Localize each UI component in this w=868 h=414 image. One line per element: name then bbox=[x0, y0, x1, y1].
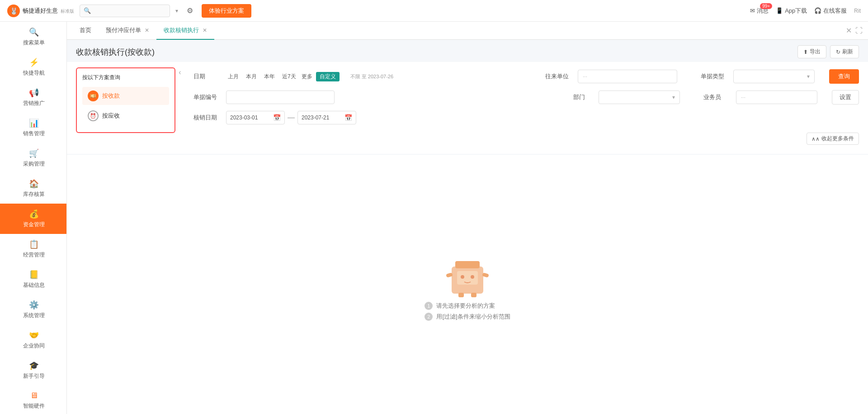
filter-option-by-receivable[interactable]: ⏰ 按应收 bbox=[82, 107, 169, 125]
voucher-type-select[interactable]: ▾ bbox=[733, 70, 815, 83]
marketing-icon: 📢 bbox=[29, 88, 39, 98]
business-select[interactable]: ··· bbox=[736, 90, 817, 104]
app-download-btn[interactable]: 📱 App下载 bbox=[776, 7, 807, 15]
sidebar-item-guide[interactable]: 🎓 新手引导 bbox=[0, 355, 66, 385]
receivable-option-label: 按应收 bbox=[102, 112, 120, 120]
counterparty-select[interactable]: ··· bbox=[578, 70, 677, 83]
filter-option-by-receipt[interactable]: 💴 按收款 bbox=[82, 87, 169, 105]
export-button[interactable]: ⬆ 导出 bbox=[797, 45, 826, 58]
empty-step-2: 2 用[过滤]条件来缩小分析范围 bbox=[425, 313, 510, 321]
verification-end-cal-icon: 📅 bbox=[344, 114, 352, 121]
verification-start-cal-icon: 📅 bbox=[273, 114, 281, 121]
search-bar[interactable]: 🔍 bbox=[80, 5, 170, 17]
user-name: Rit bbox=[854, 8, 861, 14]
setting-button[interactable]: 设置 bbox=[832, 90, 859, 105]
date-btn-last-month[interactable]: 上月 bbox=[226, 72, 241, 81]
department-label: 部门 bbox=[573, 93, 591, 101]
refresh-button[interactable]: ↻ 刷新 bbox=[830, 45, 859, 58]
collapse-more-label: 收起更多条件 bbox=[821, 135, 854, 143]
tab-receipt-verify[interactable]: 收款核销执行 ✕ bbox=[156, 22, 214, 40]
step2-circle: 2 bbox=[425, 313, 433, 321]
date-btn-this-month[interactable]: 本月 bbox=[244, 72, 259, 81]
messages-btn[interactable]: ✉ 消息 99+ bbox=[750, 7, 769, 15]
dept-arrow: ▾ bbox=[672, 94, 675, 100]
filter-collapse-bar: ∧∧ 收起更多条件 bbox=[193, 131, 859, 147]
operations-icon: 📋 bbox=[29, 239, 39, 249]
online-service-label: 在线客服 bbox=[823, 7, 847, 15]
date-options-group: 上月 本月 本年 近7天 更多 自定义 bbox=[226, 72, 340, 81]
verification-start-date[interactable]: 2023-03-01 📅 bbox=[226, 111, 285, 124]
date-btn-custom[interactable]: 自定义 bbox=[316, 72, 340, 81]
user-info[interactable]: Rit bbox=[854, 8, 861, 14]
sidebar-label-hardware: 智能硬件 bbox=[23, 402, 45, 410]
verification-end-value: 2023-07-21 bbox=[302, 114, 329, 121]
collapse-more-btn[interactable]: ∧∧ 收起更多条件 bbox=[807, 133, 859, 145]
sidebar-item-purchase[interactable]: 🛒 采购管理 bbox=[0, 143, 66, 173]
dropdown-arrow[interactable]: ▾ bbox=[175, 8, 178, 14]
header-buttons: ⬆ 导出 ↻ 刷新 bbox=[797, 45, 859, 58]
business-label: 业务员 bbox=[703, 93, 729, 101]
step1-circle: 1 bbox=[425, 302, 433, 310]
department-select[interactable]: ▾ bbox=[599, 90, 680, 104]
phone-icon: 📱 bbox=[776, 7, 783, 14]
filter-panel-title: 按以下方案查询 bbox=[82, 74, 169, 81]
sidebar-item-enterprise[interactable]: 🤝 企业协同 bbox=[0, 325, 66, 355]
sidebar-label-basic: 基础信息 bbox=[23, 281, 45, 289]
tab-home[interactable]: 首页 bbox=[72, 22, 99, 40]
sidebar-item-finance[interactable]: 💰 资金管理 bbox=[0, 204, 66, 234]
voucher-no-label: 单据编号 bbox=[193, 93, 219, 101]
sidebar-item-marketing[interactable]: 📢 营销推广 bbox=[0, 82, 66, 113]
verification-date-label: 核销日期 bbox=[193, 114, 219, 122]
sidebar-item-search[interactable]: 🔍 搜索菜单 bbox=[0, 22, 66, 52]
quicknav-icon: ⚡ bbox=[29, 57, 39, 67]
query-button[interactable]: 查询 bbox=[829, 69, 859, 84]
system-icon: ⚙️ bbox=[29, 300, 39, 310]
service-icon: 🎧 bbox=[814, 7, 821, 14]
voucher-no-input[interactable] bbox=[226, 90, 335, 104]
receipt-option-icon: 💴 bbox=[88, 90, 99, 101]
empty-illustration bbox=[438, 248, 497, 298]
verification-date-group: 2023-03-01 📅 — 2023-07-21 📅 bbox=[226, 111, 356, 124]
app-badge: 标准版 bbox=[61, 9, 74, 14]
sidebar-item-quicknav[interactable]: ⚡ 快捷导航 bbox=[0, 52, 66, 82]
verification-end-date[interactable]: 2023-07-21 📅 bbox=[297, 111, 356, 124]
date-btn-more[interactable]: 更多 bbox=[302, 73, 312, 81]
refresh-label: 刷新 bbox=[842, 48, 853, 56]
sidebar-item-hardware[interactable]: 🖥 智能硬件 bbox=[0, 385, 66, 414]
refresh-icon: ↻ bbox=[836, 49, 840, 55]
tab-expand-icon[interactable]: ⛶ bbox=[855, 27, 863, 35]
sidebar-item-basic[interactable]: 📒 基础信息 bbox=[0, 264, 66, 295]
filter-row-1: 日期 上月 本月 本年 近7天 更多 自定义 不限 至 2023-07-26 bbox=[193, 69, 859, 84]
filter-and-main: 按以下方案查询 💴 按收款 ⏰ 按应收 ‹ bbox=[67, 62, 868, 414]
sidebar-item-sales[interactable]: 📊 销售管理 bbox=[0, 113, 66, 143]
online-service-btn[interactable]: 🎧 在线客服 bbox=[814, 7, 847, 15]
sidebar-label-sales: 销售管理 bbox=[23, 130, 45, 138]
sidebar-item-system[interactable]: ⚙️ 系统管理 bbox=[0, 295, 66, 325]
tab-receipt-close[interactable]: ✕ bbox=[203, 27, 207, 33]
tab-prepay-close[interactable]: ✕ bbox=[145, 27, 149, 33]
date-no-limit: 不限 至 2023-07-26 bbox=[350, 73, 393, 80]
sidebar-item-operations[interactable]: 📋 经营管理 bbox=[0, 234, 66, 264]
step2-text: 用[过滤]条件来缩小分析范围 bbox=[436, 313, 510, 321]
sidebar: 🔍 搜索菜单 ⚡ 快捷导航 📢 营销推广 📊 销售管理 🛒 采购管理 🏠 库存核… bbox=[0, 22, 67, 414]
tab-prepay[interactable]: 预付冲应付单 ✕ bbox=[99, 22, 156, 40]
date-btn-7days[interactable]: 近7天 bbox=[280, 72, 298, 81]
collapse-up-icon: ∧∧ bbox=[811, 136, 820, 142]
date-btn-this-year[interactable]: 本年 bbox=[262, 72, 277, 81]
sidebar-label-system: 系统管理 bbox=[23, 312, 45, 319]
filter-collapse-btn[interactable]: ‹ bbox=[175, 62, 184, 76]
receivable-option-icon: ⏰ bbox=[88, 110, 99, 121]
industry-btn[interactable]: 体验行业方案 bbox=[202, 4, 251, 18]
empty-steps: 1 请先选择要分析的方案 2 用[过滤]条件来缩小分析范围 bbox=[425, 302, 510, 321]
sidebar-label-search: 搜索菜单 bbox=[23, 39, 45, 47]
tab-close-all-icon[interactable]: ✕ bbox=[846, 26, 852, 35]
gear-icon[interactable]: ⚙ bbox=[184, 5, 196, 17]
sidebar-label-enterprise: 企业协同 bbox=[23, 342, 45, 350]
sidebar-item-inventory[interactable]: 🏠 库存核算 bbox=[0, 173, 66, 204]
app-name: 畅捷通好生意 bbox=[23, 7, 58, 14]
tab-home-label: 首页 bbox=[80, 26, 91, 34]
svg-point-3 bbox=[461, 275, 464, 279]
tab-bar: 首页 预付冲应付单 ✕ 收款核销执行 ✕ ✕ ⛶ bbox=[67, 22, 868, 40]
messages-badge: 99+ bbox=[760, 3, 772, 9]
logo-icon: 🐰 bbox=[7, 5, 20, 17]
